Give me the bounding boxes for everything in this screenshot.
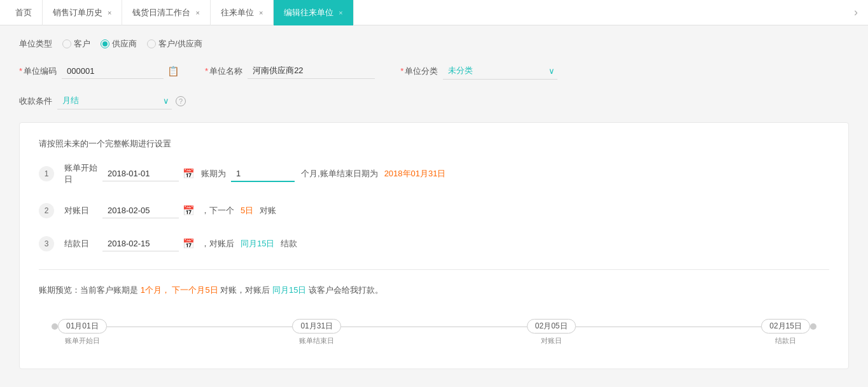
timeline-point-3: 02月05日 对账日	[527, 319, 576, 346]
reconcile-highlight1: 5日	[241, 205, 253, 216]
timeline-desc-2: 账单结束日	[299, 336, 334, 346]
tab-partner-unit-close[interactable]: ×	[259, 9, 263, 17]
unit-category-arrow-icon: ∨	[546, 66, 557, 76]
row-num-1: 1	[39, 166, 54, 181]
preview-p5: 该客户会给我打款。	[309, 285, 383, 295]
section-divider	[39, 269, 829, 270]
timeline-node-2: 01月31日	[292, 319, 341, 334]
radio-both[interactable]: 客户/供应商	[147, 38, 202, 50]
start-date-cal-icon[interactable]: 📅	[183, 168, 195, 179]
payment-terms-value: 月结	[57, 92, 160, 109]
unit-type-row: 单位类型 客户 供应商 客户/供应商	[19, 38, 849, 50]
timeline-node-4: 02月15日	[761, 319, 810, 334]
timeline-point-1: 01月01日 账单开始日	[58, 319, 107, 346]
unit-name-label: 单位名称	[209, 66, 242, 77]
tab-more-button[interactable]: ›	[849, 6, 863, 19]
unit-category-label: 单位分类	[405, 66, 438, 77]
tab-sales-order-history-close[interactable]: ×	[108, 9, 111, 17]
reconcile-date-input[interactable]	[102, 203, 179, 218]
unit-code-copy-icon[interactable]: 📋	[167, 66, 179, 77]
section-title: 请按照未来的一个完整帐期进行设置	[39, 138, 829, 150]
row-num-3: 3	[39, 236, 54, 251]
payment-terms-label: 收款条件	[19, 95, 52, 107]
radio-supplier[interactable]: 供应商	[101, 38, 137, 50]
start-date-suffix-before: 账期为	[201, 168, 226, 179]
tab-partner-unit[interactable]: 往来单位 ×	[211, 0, 274, 25]
start-date-row: 1 账单开始日 📅 账期为 个月,账单结束日期为 2018年01月31日	[39, 162, 829, 185]
timeline-right-dot	[810, 323, 816, 330]
tab-cash-work[interactable]: 钱货日清工作台 ×	[122, 0, 210, 25]
timeline-line-container: 01月01日 账单开始日 01月31日 账单结束日 02月05日 对账日 02月…	[58, 327, 810, 353]
payment-terms-help-icon[interactable]: ?	[176, 96, 186, 106]
radio-customer-label: 客户	[74, 38, 90, 50]
unit-code-input[interactable]	[62, 64, 164, 79]
timeline-points: 01月01日 账单开始日 01月31日 账单结束日 02月05日 对账日 02月…	[58, 319, 810, 346]
timeline-desc-4: 结款日	[775, 336, 796, 346]
payment-terms-arrow-icon: ∨	[160, 96, 172, 106]
tab-sales-order-history-label: 销售订单历史	[53, 7, 102, 18]
start-date-end-highlight: 2018年01月31日	[384, 168, 446, 179]
tab-home-label: 首页	[15, 7, 32, 18]
preview-p2: 下一个月5日	[172, 285, 218, 295]
unit-category-value: 未分类	[443, 62, 546, 79]
page-content: 单位类型 客户 供应商 客户/供应商 * 单位编码	[0, 25, 868, 387]
start-date-suffix-after: 个月,账单结束日期为	[301, 168, 378, 179]
unit-category-select[interactable]: 未分类 ∨	[443, 62, 557, 80]
radio-supplier-label: 供应商	[112, 38, 137, 50]
preview-label: 账期预览：当前客户账期是	[39, 285, 138, 295]
timeline-desc-3: 对账日	[541, 336, 562, 346]
tab-cash-work-label: 钱货日清工作台	[132, 7, 190, 18]
unit-type-radio-group: 客户 供应商 客户/供应商	[62, 38, 202, 50]
billing-period-section: 请按照未来的一个完整帐期进行设置 1 账单开始日 📅 账期为 个月,账单结束日期…	[19, 122, 849, 369]
preview-p4: 同月15日	[272, 285, 306, 295]
payment-date-row: 3 结款日 📅 ，对账后 同月15日 结款	[39, 236, 829, 251]
timeline-node-3: 02月05日	[527, 319, 576, 334]
preview-text: 账期预览：当前客户账期是 1个月， 下一个月5日 对账，对账后 同月15日 该客…	[39, 283, 829, 297]
unit-category-required: *	[400, 66, 403, 76]
start-date-input[interactable]	[102, 166, 179, 181]
unit-code-label: 单位编码	[24, 66, 57, 77]
unit-name-required: *	[205, 66, 208, 76]
period-input[interactable]	[231, 166, 295, 182]
reconcile-date-label: 对账日	[64, 205, 102, 216]
payment-suffix2: 结款	[281, 238, 297, 250]
payment-date-cal-icon[interactable]: 📅	[183, 238, 195, 250]
unit-category-item: * 单位分类 未分类 ∨	[400, 62, 557, 80]
timeline: 01月01日 账单开始日 01月31日 账单结束日 02月05日 对账日 02月…	[39, 313, 829, 353]
timeline-node-1: 01月01日	[58, 319, 107, 334]
payment-terms-item: 收款条件 月结 ∨ ?	[19, 92, 186, 109]
unit-code-item: * 单位编码 📋	[19, 64, 179, 79]
unit-name-item: * 单位名称	[205, 64, 375, 79]
unit-info-row: * 单位编码 📋 * 单位名称 * 单位分类 未分类 ∨	[19, 62, 849, 80]
reconcile-date-cal-icon[interactable]: 📅	[183, 205, 195, 216]
unit-name-input[interactable]	[248, 64, 375, 79]
unit-type-item: 单位类型 客户 供应商 客户/供应商	[19, 38, 202, 50]
tab-edit-partner-unit-label: 编辑往来单位	[284, 7, 333, 18]
payment-date-input[interactable]	[102, 236, 179, 251]
tab-edit-partner-unit[interactable]: 编辑往来单位 ×	[274, 0, 353, 25]
payment-terms-select[interactable]: 月结 ∨	[57, 92, 172, 109]
tab-cash-work-close[interactable]: ×	[195, 9, 199, 17]
radio-both-label: 客户/供应商	[158, 38, 202, 50]
payment-date-label: 结款日	[64, 238, 102, 250]
tab-sales-order-history[interactable]: 销售订单历史 ×	[43, 0, 122, 25]
tab-edit-partner-unit-close[interactable]: ×	[339, 9, 342, 17]
timeline-left-dot	[52, 323, 58, 330]
preview-p3: 对账，对账后	[220, 285, 270, 295]
payment-highlight1: 同月15日	[241, 238, 274, 250]
timeline-desc-1: 账单开始日	[65, 336, 100, 346]
reconcile-suffix1: ，下一个	[201, 205, 234, 216]
unit-type-label: 单位类型	[19, 38, 52, 50]
radio-supplier-circle	[101, 39, 109, 48]
preview-p1: 1个月，	[141, 285, 170, 295]
reconcile-date-row: 2 对账日 📅 ，下一个 5日 对账	[39, 203, 829, 218]
payment-terms-row: 收款条件 月结 ∨ ?	[19, 92, 849, 109]
timeline-point-2: 01月31日 账单结束日	[292, 319, 341, 346]
tab-home[interactable]: 首页	[5, 0, 43, 25]
timeline-point-4: 02月15日 结款日	[761, 319, 810, 346]
start-date-label: 账单开始日	[64, 162, 102, 185]
reconcile-suffix2: 对账	[260, 205, 276, 216]
row-num-2: 2	[39, 203, 54, 218]
radio-customer[interactable]: 客户	[62, 38, 90, 50]
unit-code-required: *	[19, 66, 22, 76]
